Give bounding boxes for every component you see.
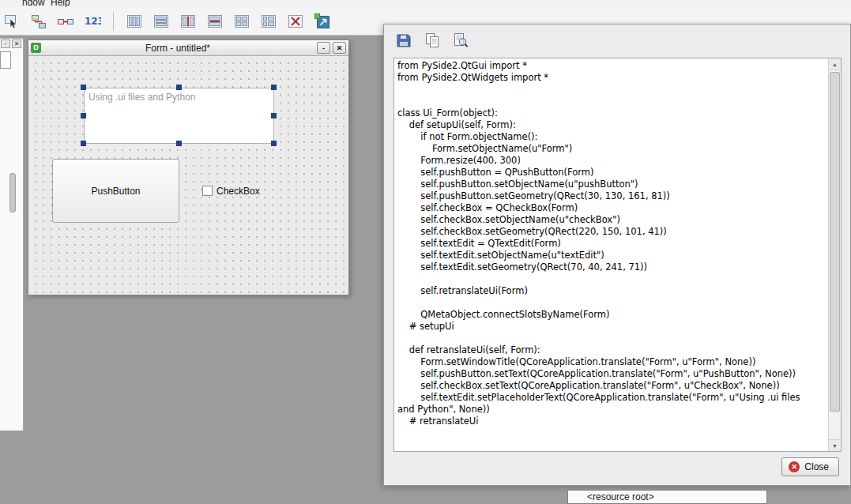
- save-button[interactable]: [393, 29, 414, 51]
- edit-widgets-button[interactable]: [2, 11, 22, 32]
- layout-horizontal-icon: [126, 13, 143, 30]
- dock-close-button[interactable]: ✕: [12, 39, 21, 48]
- checkbox-label: CheckBox: [217, 186, 260, 197]
- edit-buddies-button[interactable]: [55, 11, 76, 32]
- close-dialog-button[interactable]: ✕ Close: [781, 457, 839, 476]
- edit-signals-slots-button[interactable]: [28, 11, 49, 32]
- close-button[interactable]: ✕: [333, 42, 346, 54]
- adjust-size-icon: [314, 13, 331, 30]
- layout-vertical-button[interactable]: [151, 11, 171, 32]
- code-dialog-toolbar: [393, 29, 471, 51]
- close-button-label: Close: [804, 461, 829, 472]
- edit-widgets-icon: [3, 13, 21, 30]
- checkbox-widget[interactable]: CheckBox: [202, 175, 282, 207]
- edit-buddies-icon: [57, 13, 74, 30]
- selection-handle[interactable]: [176, 141, 182, 146]
- selection-handle[interactable]: [271, 85, 277, 90]
- form-editor-window: D Form - untitled* - ✕ Using .ui files a…: [28, 39, 349, 295]
- break-layout-icon: [287, 13, 304, 30]
- selection-handle[interactable]: [81, 85, 86, 90]
- adjust-size-button[interactable]: [312, 11, 333, 32]
- layout-grid-icon: [233, 13, 250, 30]
- edit-signals-slots-icon: [30, 13, 47, 30]
- dock-scrollbar-thumb[interactable]: [9, 173, 16, 213]
- selection-handle[interactable]: [81, 141, 86, 146]
- resource-root-item[interactable]: <resource root>: [587, 491, 654, 502]
- minimize-button[interactable]: -: [317, 42, 330, 54]
- copy-button[interactable]: [422, 29, 442, 51]
- menubar: ndow Help: [0, 0, 851, 7]
- dock-float-button[interactable]: ▫: [1, 39, 10, 48]
- selection-handle[interactable]: [271, 113, 277, 118]
- code-text: from PySide2.QtGui import * from PySide2…: [397, 60, 827, 449]
- form-window-title: Form - untitled*: [41, 43, 314, 54]
- toolbar-separator: [113, 12, 114, 31]
- layout-vertical-splitter-icon: [206, 13, 224, 30]
- save-icon: [395, 32, 412, 49]
- code-scrollbar[interactable]: ▲ ▼: [828, 58, 841, 451]
- edit-tab-order-icon: 123: [84, 13, 101, 30]
- copy-icon: [424, 32, 441, 49]
- pushbutton-label: PushButton: [91, 186, 140, 197]
- layout-horizontal-splitter-icon: [179, 13, 197, 30]
- code-view[interactable]: from PySide2.QtGui import * from PySide2…: [393, 58, 842, 452]
- qt-designer-screen: ndow Help 123: [0, 0, 851, 504]
- layout-form-icon: [260, 13, 277, 30]
- widget-box-panel: ▫ ✕: [0, 38, 24, 431]
- svg-text:123: 123: [85, 16, 101, 27]
- menu-help[interactable]: Help: [51, 0, 70, 7]
- form-canvas[interactable]: Using .ui files and Python PushButton Ch…: [28, 56, 348, 295]
- layout-horizontal-button[interactable]: [124, 11, 145, 32]
- checkbox-indicator[interactable]: [202, 186, 213, 196]
- find-icon: [452, 32, 469, 49]
- menu-window[interactable]: ndow: [22, 0, 45, 7]
- layout-vertical-icon: [153, 13, 170, 30]
- scroll-down-icon[interactable]: ▼: [829, 439, 841, 451]
- layout-grid-button[interactable]: [232, 11, 252, 32]
- scroll-up-icon[interactable]: ▲: [829, 58, 841, 70]
- selection-handle[interactable]: [271, 141, 277, 146]
- scrollbar-thumb[interactable]: [830, 72, 840, 412]
- resource-browser-panel[interactable]: <resource root>: [567, 490, 767, 504]
- break-layout-button[interactable]: [285, 11, 306, 32]
- pushbutton-widget[interactable]: PushButton: [52, 159, 179, 223]
- layout-horizontal-splitter-button[interactable]: [178, 11, 198, 32]
- close-circle-icon: ✕: [789, 461, 800, 472]
- form-window-titlebar[interactable]: D Form - untitled* - ✕: [28, 40, 348, 56]
- find-button[interactable]: [450, 29, 471, 51]
- textedit-widget[interactable]: Using .ui files and Python: [84, 88, 274, 144]
- edit-tab-order-button[interactable]: 123: [82, 11, 103, 32]
- layout-form-button[interactable]: [258, 11, 279, 32]
- designer-form-icon: D: [31, 43, 41, 53]
- code-preview-dialog: from PySide2.QtGui import * from PySide2…: [383, 24, 851, 486]
- selection-handle[interactable]: [81, 113, 86, 118]
- textedit-placeholder: Using .ui files and Python: [85, 88, 273, 106]
- widget-filter-input[interactable]: [0, 51, 11, 69]
- selection-handle[interactable]: [176, 85, 182, 90]
- layout-vertical-splitter-button[interactable]: [205, 11, 225, 32]
